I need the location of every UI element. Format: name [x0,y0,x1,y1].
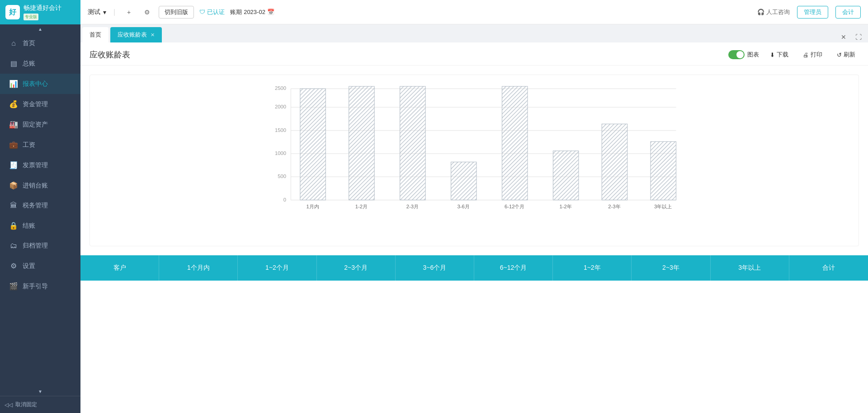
refresh-icon: ↺ [837,52,842,58]
role-button[interactable]: 会计 [835,6,861,19]
sidebar-label-assets: 固定资产 [23,121,48,129]
consult-label: 人工咨询 [766,8,790,16]
assets-icon: 🏭 [9,120,18,129]
logo-text-block: 畅捷通好会计 专业版 [24,4,61,20]
topbar: 测试 ▾ | + ⚙ 切到旧版 🛡 已认证 账期 2023-02 📅 🎧 人工咨… [80,0,868,24]
headset-icon: 🎧 [757,9,764,15]
sidebar-label-funds: 资金管理 [23,100,48,108]
svg-text:3-6月: 3-6月 [458,204,470,209]
sidebar-item-reports[interactable]: 📊 报表中心 [0,74,80,94]
svg-text:2-3年: 2-3年 [608,204,620,209]
th-1~2个月: 1~2个月 [238,255,316,281]
expand-button[interactable]: ⛶ [853,32,864,42]
close-tab-button[interactable]: ✕ [838,32,849,42]
svg-text:2000: 2000 [275,104,286,109]
print-button[interactable]: 🖨 打印 [799,49,826,61]
period-value: 2023-02 [244,9,265,15]
svg-text:1-2年: 1-2年 [559,204,571,209]
sidebar-nav: ⌂ 首页 ▤ 总账 📊 报表中心 💰 资金管理 🏭 固定资产 💼 工资 🧾 发票… [0,33,80,387]
logo-icon: 好 [5,5,20,19]
svg-rect-16 [349,86,374,200]
consult-button[interactable]: 🎧 人工咨询 [757,8,790,16]
chart-container: 0 500 1000 1500 2000 2500 [80,66,868,255]
scroll-up-btn[interactable]: ▲ [0,24,80,33]
sidebar-label-close: 结账 [23,222,35,230]
settings-icon: ⚙ [9,262,18,270]
print-label: 打印 [811,51,822,59]
sidebar-item-funds[interactable]: 💰 资金管理 [0,94,80,114]
invoice-icon: 🧾 [9,161,18,169]
svg-rect-20 [451,162,476,200]
sidebar-item-guide[interactable]: 🎬 新手引导 [0,276,80,296]
reports-icon: 📊 [9,80,18,88]
sidebar-label-guide: 新手引导 [23,282,48,291]
tax-icon: 🏛 [9,202,18,210]
svg-text:2-3月: 2-3月 [406,204,419,209]
manager-button[interactable]: 管理员 [797,6,828,19]
th-客户: 客户 [80,255,159,281]
unpin-label: 取消固定 [15,401,37,408]
sidebar-item-settings[interactable]: ⚙ 设置 [0,256,80,276]
tab-home-label: 首页 [90,31,101,39]
tab-aging-label: 应收账龄表 [118,31,147,39]
sidebar-label-archive: 归档管理 [23,242,48,250]
main-area: 测试 ▾ | + ⚙ 切到旧版 🛡 已认证 账期 2023-02 📅 🎧 人工咨… [80,0,868,413]
refresh-label: 刷新 [844,51,855,59]
gear-icon: ⚙ [144,9,150,16]
svg-text:3年以上: 3年以上 [654,204,672,209]
sidebar-item-purchase[interactable]: 📦 进销台账 [0,175,80,196]
sidebar-item-assets[interactable]: 🏭 固定资产 [0,114,80,135]
sidebar-item-close[interactable]: 🔒 结账 [0,216,80,236]
home-icon: ⌂ [9,39,18,47]
svg-text:1-2月: 1-2月 [355,204,368,209]
svg-text:500: 500 [278,174,286,179]
download-button[interactable]: ⬇ 下载 [766,49,792,61]
sidebar-item-invoice[interactable]: 🧾 发票管理 [0,155,80,175]
tab-home[interactable]: 首页 [82,27,108,42]
logo-badge: 专业版 [24,14,38,20]
svg-rect-28 [651,141,676,200]
ledger-icon: ▤ [9,59,18,68]
chart-toggle[interactable] [728,50,745,59]
tab-aging[interactable]: 应收账龄表 ✕ [110,27,162,42]
tabs-right-controls: ✕ ⛶ [838,32,868,42]
shield-icon: 🛡 [199,9,205,15]
page-header: 应收账龄表 图表 ⬇ 下载 🖨 打印 ↺ [80,42,868,66]
refresh-button[interactable]: ↺ 刷新 [833,49,859,61]
th-1个月内: 1个月内 [159,255,238,281]
tab-close-icon[interactable]: ✕ [151,32,155,38]
svg-text:0: 0 [283,197,286,202]
sidebar-label-ledger: 总账 [23,60,35,68]
svg-text:1500: 1500 [275,127,286,133]
manager-label: 管理员 [804,9,821,15]
th-2~3年: 2~3年 [632,255,710,281]
download-label: 下载 [777,51,788,59]
period-selector[interactable]: 账期 2023-02 📅 [230,8,274,16]
sidebar-label-purchase: 进销台账 [23,182,48,190]
table-header: 客户1个月内1~2个月2~3个月3~6个月6~12个月1~2年2~3年3年以上合… [80,255,868,281]
certified-badge: 🛡 已认证 [199,8,225,16]
unpin-footer[interactable]: ◁◁ 取消固定 [0,396,80,413]
th-6~12个月: 6~12个月 [474,255,553,281]
settings-button[interactable]: ⚙ [141,6,153,19]
old-version-button[interactable]: 切到旧版 [159,6,194,19]
sidebar-label-invoice: 发票管理 [23,161,48,169]
sidebar-item-ledger[interactable]: ▤ 总账 [0,53,80,74]
sidebar-label-tax: 税务管理 [23,202,48,210]
scroll-down-btn[interactable]: ▼ [0,387,80,396]
project-selector[interactable]: 测试 ▾ [88,8,106,16]
logo-name: 畅捷通好会计 [24,4,61,12]
th-1~2年: 1~2年 [553,255,632,281]
sidebar-item-archive[interactable]: 🗂 归档管理 [0,236,80,256]
payroll-icon: 💼 [9,141,18,149]
sidebar-item-home[interactable]: ⌂ 首页 [0,33,80,53]
sidebar-item-payroll[interactable]: 💼 工资 [0,135,80,155]
sidebar-logo: 好 畅捷通好会计 专业版 [0,0,80,24]
add-button[interactable]: + [123,6,135,19]
th-3年以上: 3年以上 [711,255,789,281]
topbar-divider1: | [113,8,115,16]
old-version-label: 切到旧版 [165,9,188,15]
svg-text:6-12个月: 6-12个月 [505,204,525,209]
certified-text: 已认证 [207,8,225,16]
sidebar-item-tax[interactable]: 🏛 税务管理 [0,196,80,216]
